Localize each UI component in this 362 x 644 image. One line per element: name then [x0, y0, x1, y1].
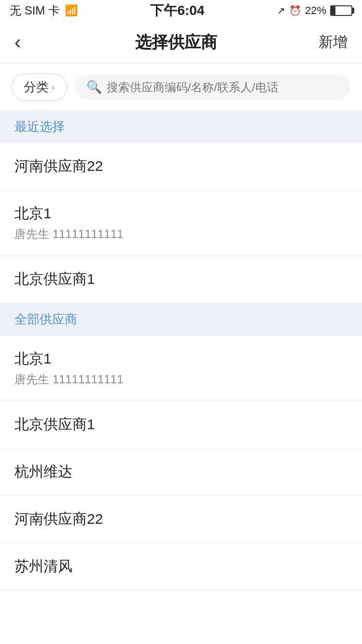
- status-right: ↗ ⏰ 22%: [277, 4, 352, 17]
- recent-section-header: 最近选择: [0, 111, 362, 143]
- page-title: 选择供应商: [135, 31, 217, 54]
- search-input[interactable]: [107, 81, 339, 94]
- item-name: 杭州维达: [14, 462, 348, 482]
- item-name: 苏州清风: [14, 557, 348, 576]
- list-item[interactable]: 北京1 唐先生 11111111111: [0, 336, 362, 401]
- item-name: 北京供应商1: [14, 415, 348, 434]
- list-item[interactable]: 北京1 唐先生 11111111111: [0, 190, 362, 256]
- no-sim-text: 无 SIM 卡: [10, 3, 60, 18]
- list-item[interactable]: 河南供应商22: [0, 496, 362, 543]
- list-item[interactable]: 北京供应商1: [0, 256, 362, 303]
- recent-items-list: 河南供应商22 北京1 唐先生 11111111111 北京供应商1: [0, 143, 362, 303]
- wifi-icon: 📶: [65, 4, 78, 17]
- add-button[interactable]: 新增: [309, 32, 348, 52]
- item-name: 河南供应商22: [14, 509, 348, 529]
- back-button[interactable]: ‹: [14, 31, 43, 53]
- item-name: 河南供应商22: [14, 156, 348, 176]
- status-left: 无 SIM 卡 📶: [10, 3, 78, 18]
- filter-bar: 分类 › 🔍: [0, 64, 362, 111]
- status-time: 下午6:04: [150, 1, 204, 20]
- list-item[interactable]: 河南供应商22: [0, 143, 362, 190]
- status-bar: 无 SIM 卡 📶 下午6:04 ↗ ⏰ 22%: [0, 0, 362, 21]
- list-item[interactable]: 苏州清风: [0, 543, 362, 590]
- alarm-icon: ⏰: [289, 5, 301, 16]
- search-box: 🔍: [75, 75, 350, 99]
- item-name: 北京供应商1: [14, 269, 348, 289]
- category-button[interactable]: 分类 ›: [12, 73, 67, 101]
- list-item[interactable]: 北京供应商1: [0, 401, 362, 448]
- battery-icon: [330, 5, 352, 16]
- item-name: 北京1: [14, 204, 348, 224]
- item-sub: 唐先生 11111111111: [14, 372, 348, 387]
- chevron-right-icon: ›: [52, 82, 55, 93]
- nav-bar: ‹ 选择供应商 新增: [0, 21, 362, 64]
- all-items-list: 北京1 唐先生 11111111111 北京供应商1杭州维达河南供应商22苏州清…: [0, 336, 362, 590]
- location-icon: ↗: [277, 5, 285, 16]
- category-label: 分类: [24, 79, 49, 96]
- all-section-header: 全部供应商: [0, 303, 362, 336]
- item-name: 北京1: [14, 349, 348, 369]
- search-icon: 🔍: [86, 80, 102, 95]
- item-sub: 唐先生 11111111111: [14, 226, 348, 242]
- list-item[interactable]: 杭州维达: [0, 448, 362, 496]
- battery-percent: 22%: [305, 4, 326, 17]
